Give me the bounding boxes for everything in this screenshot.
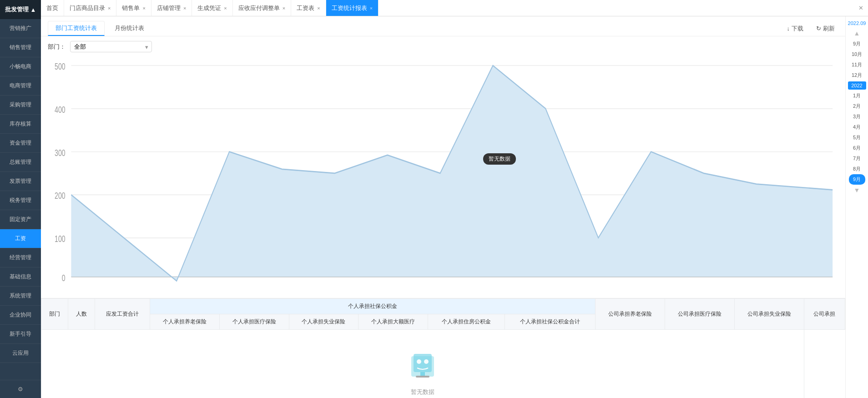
sidebar-item-税务管理[interactable]: 税务管理 (0, 191, 41, 210)
tab-label: 工资统计报表 (332, 4, 367, 12)
tab-label: 生成凭证 (197, 4, 221, 12)
empty-row: 暂无数据 (41, 330, 804, 398)
sidebar-item-固定资产[interactable]: 固定资产 (0, 210, 41, 229)
timeline-month-4[interactable]: 4月 (848, 122, 866, 132)
timeline-month-12[interactable]: 12月 (848, 70, 866, 81)
refresh-icon: ↻ (816, 25, 821, 32)
tab-工资表[interactable]: 工资表× (291, 0, 326, 16)
col-personal-medical: 个人承担医疗保险 (219, 314, 289, 330)
timeline-current-date: 2022.09 (847, 19, 867, 28)
timeline-month-7[interactable]: 7月 (848, 153, 866, 164)
tab-销售单[interactable]: 销售单× (116, 0, 151, 16)
department-filter-label: 部门： (48, 43, 66, 51)
svg-point-15 (417, 359, 421, 364)
sidebar-item-经营管理[interactable]: 经营管理 (0, 248, 41, 267)
col-personal-critical: 个人承担大额医疗 (358, 314, 428, 330)
department-select-wrapper: 全部 (70, 41, 152, 52)
svg-marker-12 (71, 65, 833, 281)
sidebar-item-采购管理[interactable]: 采购管理 (0, 96, 41, 115)
main-area: 首页门店商品目录×销售单×店铺管理×生成凭证×应收应付调整单×工资表×工资统计报… (41, 0, 868, 398)
svg-text:500: 500 (55, 61, 66, 72)
page-content: 部门工资统计表月份统计表 ↓ 下载 ↻ 刷新 部门： (41, 16, 845, 398)
col-company-other: 公司承担 (804, 299, 845, 330)
sub-tab-部门工资统计表[interactable]: 部门工资统计表 (48, 21, 105, 36)
timeline-year-marker[interactable]: 2022 (848, 81, 866, 90)
refresh-button[interactable]: ↻ 刷新 (812, 23, 838, 35)
col-company-pension: 公司承担养老保险 (595, 299, 665, 330)
timeline-month-3[interactable]: 3月 (848, 111, 866, 122)
sidebar-item-系统管理[interactable]: 系统管理 (0, 287, 41, 306)
timeline-month-6[interactable]: 6月 (848, 143, 866, 153)
col-personal-housing: 个人承担住房公积金 (428, 314, 505, 330)
svg-rect-18 (416, 376, 429, 378)
timeline-month-2[interactable]: 2月 (848, 101, 866, 111)
tab-close-icon[interactable]: × (370, 5, 373, 11)
tab-应收应付调整单[interactable]: 应收应付调整单× (233, 0, 291, 16)
tab-门店商品目录[interactable]: 门店商品目录× (64, 0, 116, 16)
tab-生成凭证[interactable]: 生成凭证× (192, 0, 232, 16)
sidebar-item-销售管理[interactable]: 销售管理 (0, 38, 41, 57)
sidebar-item-小畅电商[interactable]: 小畅电商 (0, 57, 41, 76)
tab-label: 首页 (46, 4, 58, 12)
timeline-month-9[interactable]: 9月 (848, 39, 866, 49)
svg-point-16 (424, 359, 429, 364)
col-salary-total: 应发工资合计 (95, 299, 150, 330)
sidebar-settings[interactable]: ⚙ (0, 380, 41, 398)
timeline-up-nav[interactable]: ▲ (852, 28, 862, 39)
sub-tab-月份统计表[interactable]: 月份统计表 (107, 21, 152, 36)
sidebar-item-资金管理[interactable]: 资金管理 (0, 134, 41, 153)
tab-工资统计报表[interactable]: 工资统计报表× (326, 0, 378, 16)
timeline-month-10[interactable]: 10月 (848, 49, 866, 60)
tab-label: 销售单 (122, 4, 140, 12)
sidebar-expand-icon: ▲ (30, 6, 36, 13)
sidebar-item-新手引导[interactable]: 新手引导 (0, 325, 41, 344)
gear-icon: ⚙ (18, 386, 23, 393)
svg-text:100: 100 (55, 234, 66, 244)
sidebar-item-基础信息[interactable]: 基础信息 (0, 267, 41, 287)
download-button[interactable]: ↓ 下载 (783, 23, 807, 35)
sidebar-item-总账管理[interactable]: 总账管理 (0, 153, 41, 172)
tab-label: 门店商品目录 (70, 4, 105, 12)
sub-tabs: 部门工资统计表月份统计表 ↓ 下载 ↻ 刷新 (41, 16, 845, 36)
tab-close-icon[interactable]: × (142, 5, 145, 11)
sub-tabs-right: ↓ 下载 ↻ 刷新 (783, 23, 839, 35)
col-headcount: 人数 (68, 299, 95, 330)
sidebar-item-云应用[interactable]: 云应用 (0, 344, 41, 363)
tab-close-icon[interactable]: × (183, 5, 186, 11)
timeline-month-5[interactable]: 5月 (848, 132, 866, 143)
tab-close-icon[interactable]: × (283, 5, 285, 11)
timeline-month-active[interactable]: 9月 (849, 174, 865, 185)
tab-close-icon[interactable]: × (108, 5, 111, 11)
tab-close-icon[interactable]: × (317, 5, 320, 11)
svg-text:200: 200 (55, 191, 66, 201)
tab-label: 店铺管理 (157, 4, 181, 12)
tab-首页[interactable]: 首页 (41, 0, 64, 16)
sidebar: 批发管理 ▲ 营销推广销售管理小畅电商电商管理采购管理库存核算资金管理总账管理发… (0, 0, 41, 398)
timeline-month-8[interactable]: 8月 (848, 164, 866, 174)
close-all-tabs[interactable]: ✕ (854, 5, 868, 11)
tab-bar: 首页门店商品目录×销售单×店铺管理×生成凭证×应收应付调整单×工资表×工资统计报… (41, 0, 868, 16)
sidebar-item-发票管理[interactable]: 发票管理 (0, 172, 41, 191)
department-select[interactable]: 全部 (70, 41, 152, 52)
timeline-down-nav[interactable]: ▼ (852, 185, 862, 196)
tab-label: 工资表 (297, 4, 314, 12)
sidebar-item-企业协同[interactable]: 企业协同 (0, 306, 41, 325)
timeline-month-1[interactable]: 1月 (848, 91, 866, 101)
col-department: 部门 (41, 299, 68, 330)
col-personal-insurance-group: 个人承担社保公积金 (150, 299, 595, 314)
svg-text:300: 300 (55, 147, 66, 158)
sidebar-item-库存核算[interactable]: 库存核算 (0, 115, 41, 134)
sidebar-item-工资[interactable]: 工资 (0, 229, 41, 248)
timeline-month-11[interactable]: 11月 (848, 60, 866, 70)
sidebar-title: 批发管理 (5, 5, 29, 14)
sidebar-header[interactable]: 批发管理 ▲ (0, 0, 41, 19)
sidebar-item-电商管理[interactable]: 电商管理 (0, 76, 41, 96)
svg-text:0: 0 (62, 272, 66, 283)
tab-店铺管理[interactable]: 店铺管理× (151, 0, 192, 16)
content-area: 部门工资统计表月份统计表 ↓ 下载 ↻ 刷新 部门： (41, 16, 868, 398)
tab-close-icon[interactable]: × (224, 5, 227, 11)
empty-state: 暂无数据 (46, 333, 799, 398)
chart-svg: 500 400 300 200 100 0 (48, 61, 838, 293)
sidebar-item-营销推广[interactable]: 营销推广 (0, 19, 41, 38)
svg-text:400: 400 (55, 104, 66, 115)
